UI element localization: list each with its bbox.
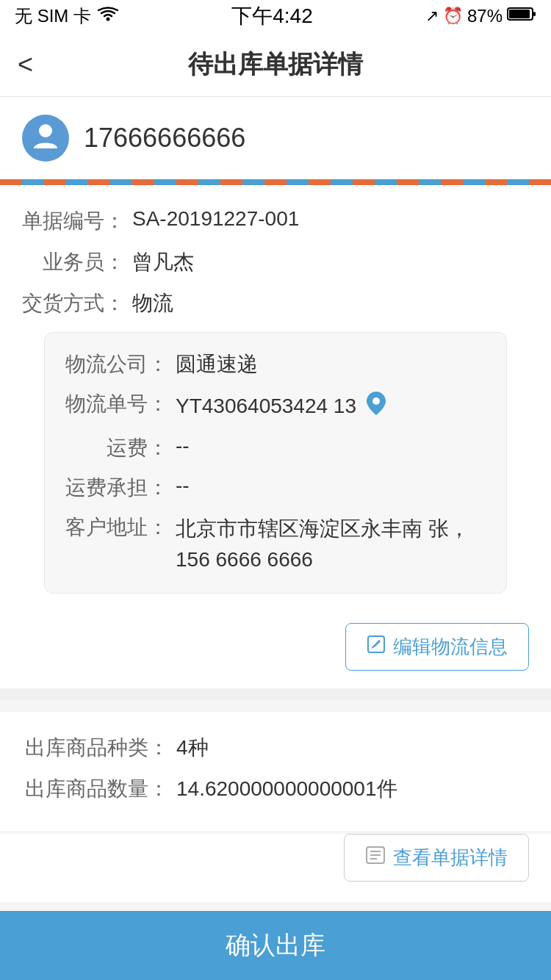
view-detail-button[interactable]: 查看单据详情 [344,834,529,882]
freight-bear-value: -- [176,474,486,497]
delivery-method-label: 交货方式： [22,289,125,317]
logistics-tracking-value: YT43064053424 13 [176,390,486,422]
goods-type-value: 4种 [176,734,529,762]
battery-percent: 87% [467,6,503,26]
document-number-label: 单据编号： [22,207,125,235]
svg-rect-2 [509,10,530,18]
goods-qty-value: 14.620000000000001件 [176,775,529,803]
freight-bear-label: 运费承担： [65,474,168,502]
detail-btn-row: 查看单据详情 [0,834,551,902]
svg-rect-3 [533,12,536,16]
freight-bear-row: 运费承担： -- [65,474,486,502]
page-content: 17666666666 单据编号： SA-20191227-001 业务员： 曾… [0,97,551,980]
logistics-tracking-label: 物流单号： [65,390,168,418]
sales-person-row: 业务员： 曾凡杰 [22,248,529,276]
wifi-icon [97,6,119,26]
status-right: ↗ ⏰ 87% [425,6,536,26]
status-time: 下午4:42 [231,2,313,30]
svg-point-0 [107,18,110,21]
delivery-method-value: 物流 [132,289,529,317]
status-left: 无 SIM 卡 [15,4,119,28]
view-detail-label: 查看单据详情 [393,845,508,871]
detail-icon [365,846,386,870]
carrier-text: 无 SIM 卡 [15,4,91,28]
edit-icon [367,635,386,659]
location-status-icon: ↗ [425,7,439,26]
battery-icon [507,6,536,26]
goods-type-row: 出库商品种类： 4种 [22,734,529,762]
edit-logistics-button[interactable]: 编辑物流信息 [345,623,529,671]
freight-row: 运费： -- [65,434,486,462]
customer-header: 17666666666 [0,97,551,179]
alarm-icon: ⏰ [443,7,463,26]
dashed-divider [0,179,551,185]
goods-section: 出库商品种类： 4种 出库商品数量： 14.620000000000001件 [0,712,551,831]
confirm-btn-container: 确认出库 [0,911,551,980]
sales-person-value: 曾凡杰 [132,248,529,276]
logistics-card: 物流公司： 圆通速递 物流单号： YT43064053424 13 运费： [44,332,507,594]
nav-bar: < 待出库单据详情 [0,32,551,97]
tracking-location-icon[interactable] [365,390,387,422]
goods-type-label: 出库商品种类： [22,734,169,762]
back-button[interactable]: < [18,49,33,80]
logistics-company-label: 物流公司： [65,350,168,378]
page-title: 待出库单据详情 [188,48,363,82]
document-number-value: SA-20191227-001 [132,207,529,231]
goods-qty-label: 出库商品数量： [22,775,169,803]
confirm-outbound-button[interactable]: 确认出库 [226,929,325,962]
goods-qty-row: 出库商品数量： 14.620000000000001件 [22,775,529,803]
edit-btn-row: 编辑物流信息 [0,623,551,688]
freight-value: -- [176,434,486,458]
logistics-company-row: 物流公司： 圆通速递 [65,350,486,378]
document-info-section: 单据编号： SA-20191227-001 业务员： 曾凡杰 交货方式： 物流 … [0,185,551,623]
address-row: 客户地址： 北京市市辖区海淀区永丰南 张，156 6666 6666 [65,514,486,575]
svg-point-5 [372,397,380,405]
svg-point-4 [39,124,52,137]
address-label: 客户地址： [65,514,168,541]
sales-person-label: 业务员： [22,248,125,276]
user-icon [31,120,60,156]
logistics-company-value: 圆通速递 [176,350,486,378]
customer-phone: 17666666666 [84,123,245,154]
delivery-method-row: 交货方式： 物流 [22,289,529,317]
status-bar: 无 SIM 卡 下午4:42 ↗ ⏰ 87% [0,0,551,32]
edit-logistics-label: 编辑物流信息 [393,634,508,660]
logistics-tracking-row: 物流单号： YT43064053424 13 [65,390,486,422]
avatar [22,115,69,162]
address-value: 北京市市辖区海淀区永丰南 张，156 6666 6666 [176,514,486,575]
document-number-row: 单据编号： SA-20191227-001 [22,207,529,235]
gray-divider-1 [0,688,551,700]
freight-label: 运费： [65,434,168,462]
